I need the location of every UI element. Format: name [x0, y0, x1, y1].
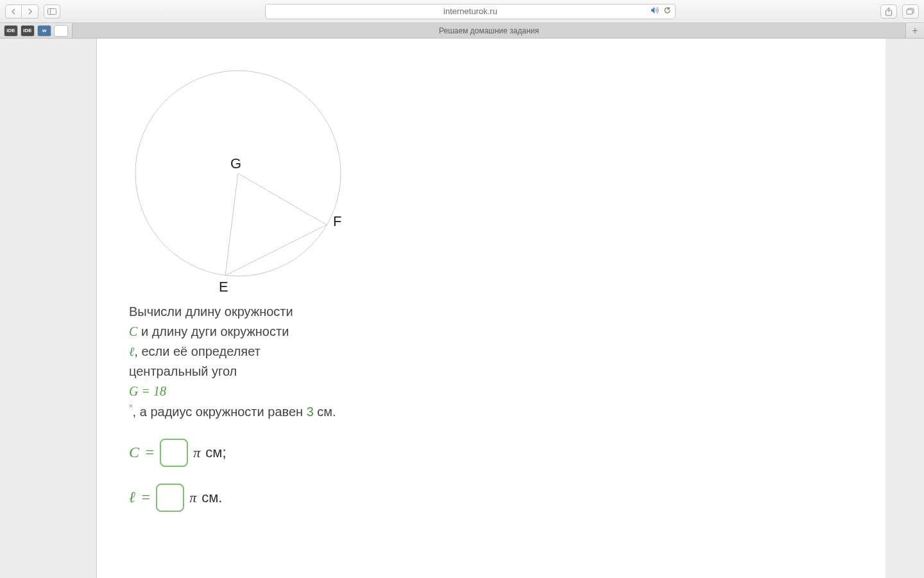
text-line6b: см. [314, 405, 336, 419]
sound-icon[interactable] [651, 6, 660, 16]
tab-bar: IDE IDE w Решаем домашние задания + [0, 23, 924, 39]
equals-sign-2: = [141, 489, 151, 506]
problem-text: Вычисли длину окружности C и длину дуги … [129, 302, 373, 422]
chevron-left-icon [11, 8, 16, 15]
new-tab-button[interactable]: + [906, 23, 924, 38]
svg-rect-4 [907, 10, 912, 14]
reload-icon[interactable] [663, 6, 671, 16]
label-E: E [219, 279, 228, 295]
svg-line-8 [225, 225, 327, 276]
favicon-blank[interactable] [54, 25, 68, 37]
chevron-right-icon [28, 8, 33, 15]
svg-line-6 [238, 173, 327, 225]
text-line2a: и длину дуги окружности [137, 324, 289, 338]
share-button[interactable] [880, 4, 897, 19]
text-line4: центральный угол [129, 364, 237, 378]
label-F: F [333, 213, 341, 229]
nav-button-group [5, 4, 38, 19]
text-line6a: , а радиус окружности равен [133, 405, 307, 419]
address-bar[interactable]: interneturok.ru [265, 4, 676, 19]
address-bar-right [651, 6, 671, 16]
answer-row-C: C = π см; [129, 439, 860, 467]
tabs-button[interactable] [902, 4, 919, 19]
answer-row-l: ℓ = π см. [129, 484, 860, 512]
unit-1: см; [205, 444, 226, 461]
viewport: G F E Вычисли длину окружности C и длину… [0, 39, 924, 578]
share-icon [885, 7, 893, 16]
answer-l-symbol: ℓ [129, 489, 135, 506]
G-equals-18: G = 18 [129, 384, 166, 398]
unit-2: см. [201, 489, 222, 506]
pi-1: π [193, 444, 200, 461]
sidebar-toggle-button[interactable] [44, 4, 60, 19]
browser-toolbar: interneturok.ru [0, 0, 924, 23]
toolbar-right [880, 4, 919, 19]
forward-button[interactable] [22, 4, 38, 19]
sym-C: C [129, 324, 137, 338]
answer-C-input[interactable] [160, 439, 188, 467]
answer-C-symbol: C [129, 444, 139, 461]
svg-line-7 [225, 173, 238, 276]
favicon-ideone-2[interactable]: IDE [21, 25, 35, 37]
svg-rect-0 [48, 8, 56, 14]
favicon-ideone-1[interactable]: IDE [4, 25, 18, 37]
tab-title: Решаем домашние задания [439, 26, 539, 35]
active-tab[interactable]: Решаем домашние задания [72, 23, 906, 38]
tabs-icon [906, 8, 915, 15]
circle-diagram: G F E [129, 58, 347, 289]
url-text: interneturok.ru [443, 6, 497, 16]
answer-l-input[interactable] [156, 484, 184, 512]
back-button[interactable] [5, 4, 22, 19]
sidebar-icon [47, 8, 56, 15]
text-line3a: , если её определяет [134, 344, 260, 358]
equals-sign-1: = [144, 444, 155, 461]
favorites-favicons: IDE IDE w [0, 23, 72, 38]
page-content: G F E Вычисли длину окружности C и длину… [96, 39, 886, 578]
text-line1: Вычисли длину окружности [129, 304, 293, 319]
pi-2: π [189, 489, 196, 506]
label-G: G [230, 155, 241, 171]
favicon-vk[interactable]: w [37, 25, 51, 37]
radius-value: 3 [307, 405, 314, 419]
